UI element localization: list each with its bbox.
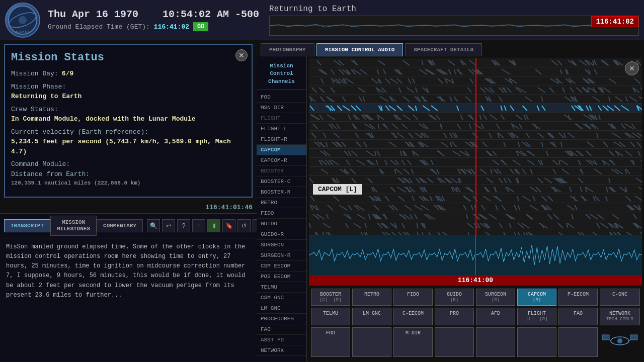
console-telmu[interactable]: TELMU [311,308,350,325]
get-elapsed-display: 116:41:01:46 [0,202,257,213]
svg-rect-914 [602,335,609,340]
console-afd[interactable]: AFD [476,308,515,325]
channel-asst-fd[interactable]: ASST FD [257,335,306,345]
console-empty5 [558,327,598,357]
transcript-content[interactable]: MisSon manled ground elapsed time. Some … [0,238,257,362]
console-guido[interactable]: GUIDO[R] [435,289,474,306]
date-display: Thu Apr 16 1970 10:54:02 AM -500 [48,9,259,20]
console-pro[interactable]: PRO [435,308,474,325]
get-label: Ground Elapsed Time (GET): [48,23,150,31]
channel-booster-r[interactable]: BOOSTER-R [257,187,306,198]
console-c-eecom[interactable]: C-EECOM [393,308,433,325]
help-button[interactable]: ? [177,219,190,232]
cmd-module-row: Command Module: Distance from Earth: 120… [11,159,246,188]
spacecraft-icon [600,327,640,355]
svg-rect-915 [630,335,637,340]
channel-pos-eecom[interactable]: POS EECOM [257,272,306,282]
channel-csm-gnc[interactable]: CSM GNC [257,293,306,303]
right-panel: PHOTOGRAPHY MISSION CONTROL AUDIO SPACEC… [257,40,644,362]
console-fao[interactable]: FAO [558,308,598,325]
bookmark-button[interactable]: 🔖 [222,219,235,232]
tab-commentary[interactable]: COMMENTARY [97,219,143,232]
channels-sidebar: MissionControlChannels FOD MSN DIR FLIGH… [257,56,307,362]
mission-status-panel: Mission Status ✕ Mission Day: 6/9 Missio… [4,44,253,198]
tab-transcript[interactable]: TRANSCRIPT [4,219,50,232]
channel-fido[interactable]: FIDO [257,208,306,219]
console-network[interactable]: NETWORKTECH CTRLR [600,308,640,325]
share-button[interactable]: ↑ [192,219,205,232]
console-lm-gnc[interactable]: LM GNC [352,308,391,325]
channel-flight[interactable]: FLIGHT [257,113,306,124]
channel-capcom-r[interactable]: CAPCOM-R [257,155,306,166]
history-button[interactable]: ↩ [162,219,175,232]
pause-button[interactable]: ⏸ [207,219,220,232]
tab-spacecraft-details[interactable]: SPACECRAFT DETAILS [405,43,482,56]
console-fod-bottom[interactable]: FOD [311,327,350,357]
mission-phase-row: Mission Phase: Returning to Earth [11,82,246,102]
get-line: Ground Elapsed Time (GET): 116:41:02 GO [48,22,259,31]
mission-day-value: 6/9 [62,70,73,77]
console-empty2 [435,327,474,357]
channel-booster[interactable]: BOOSTER [257,166,306,176]
channel-retro[interactable]: RETRO [257,198,306,208]
search-button[interactable]: 🔍 [147,219,160,232]
channel-network[interactable]: NETWORK [257,345,306,356]
header: SCIENTIA Thu Apr 16 1970 10:54:02 AM -50… [0,0,644,40]
channel-fod[interactable]: FOD [257,92,306,103]
channels-header: MissionControlChannels [257,58,306,90]
svg-point-2 [19,16,27,24]
console-fido[interactable]: FIDO [393,289,433,306]
channel-capcom[interactable]: CAPCOM [257,145,306,155]
mission-status-title: Mission Status [11,51,246,64]
audio-area: MissionControlChannels FOD MSN DIR FLIGH… [257,56,644,362]
close-mission-status-button[interactable]: ✕ [235,49,248,61]
channel-procedures[interactable]: PROCEDURES [257,314,306,324]
channel-flight-l[interactable]: FLIGHT-L [257,124,306,134]
timeline-cursor [475,58,476,235]
mission-header-center: Returning to Earth 116:41:02 [269,5,639,36]
spacecraft-display [600,327,640,357]
channel-guido-r[interactable]: GUIDO-R [257,229,306,240]
channel-msn-dir[interactable]: MSN DIR [257,103,306,113]
dist-value: 120,339.1 nautical miles (222,868.0 km) [11,179,246,188]
console-capcom[interactable]: CAPCOM[R] [517,289,556,306]
refresh-button[interactable]: ↺ [237,219,251,232]
channel-telmu[interactable]: TELMU [257,282,306,293]
channel-guido[interactable]: GUIDO [257,219,306,229]
channel-lm-gnc[interactable]: LM GNC [257,303,306,314]
channel-flight-r[interactable]: FLIGHT-R [257,134,306,145]
console-flight[interactable]: FLIGHT[L] [R] [517,308,556,325]
tab-photography[interactable]: PHOTOGRAPHY [261,43,314,56]
dist-label: Distance from Earth: [11,169,246,179]
velocity-value: 5,234.5 feet per second (5,743.7 km/h, 3… [11,137,246,156]
velocity-label: Current velocity (Earth reference): [11,127,246,137]
console-p-eecom[interactable]: P-EECOM [558,289,598,306]
console-c-gnc[interactable]: C-GNC [600,289,640,306]
console-buttons-grid: BOOSTER[C] [R] RETRO FIDO GUIDO[R] SURGE… [307,286,644,360]
channel-csm-eecom[interactable]: CSM EECOM [257,261,306,272]
channel-booster-c[interactable]: BOOSTER-C [257,176,306,187]
console-empty1 [352,327,391,357]
time-text: 10:54:02 AM -500 [163,9,259,20]
crew-status-row: Crew Status: In Command Module, docked w… [11,105,246,124]
console-surgeon[interactable]: SURGEON[R] [476,289,515,306]
velocity-row: Current velocity (Earth reference): 5,23… [11,127,246,157]
get-value: 116:41:02 [154,23,189,31]
channel-fao[interactable]: FAO [257,324,306,335]
returning-label: Returning to Earth [269,5,639,14]
mission-day-label: Mission Day: [11,70,58,77]
console-booster[interactable]: BOOSTER[C] [R] [311,289,350,306]
channel-surgeon-r[interactable]: SURGEON-R [257,250,306,261]
mission-phase-value: Returning to Earth [11,92,246,102]
channel-surgeon[interactable]: SURGEON [257,240,306,250]
tab-milestones[interactable]: MISSION MILESTONES [50,216,97,236]
console-retro[interactable]: RETRO [352,289,391,306]
go-button[interactable]: GO [193,22,208,31]
capcom-waveform[interactable] [309,235,642,275]
console-m-dir[interactable]: M DIR [393,327,433,357]
tab-mission-control-audio[interactable]: MISSION CONTROL AUDIO [316,43,404,56]
mission-phase-label: Mission Phase: [11,82,246,92]
close-waveform-button[interactable]: ✕ [625,61,639,75]
waveform-tracks[interactable]: ✕ CAPCOM [L] [309,58,642,235]
datetime-block: Thu Apr 16 1970 10:54:02 AM -500 Ground … [48,9,259,31]
